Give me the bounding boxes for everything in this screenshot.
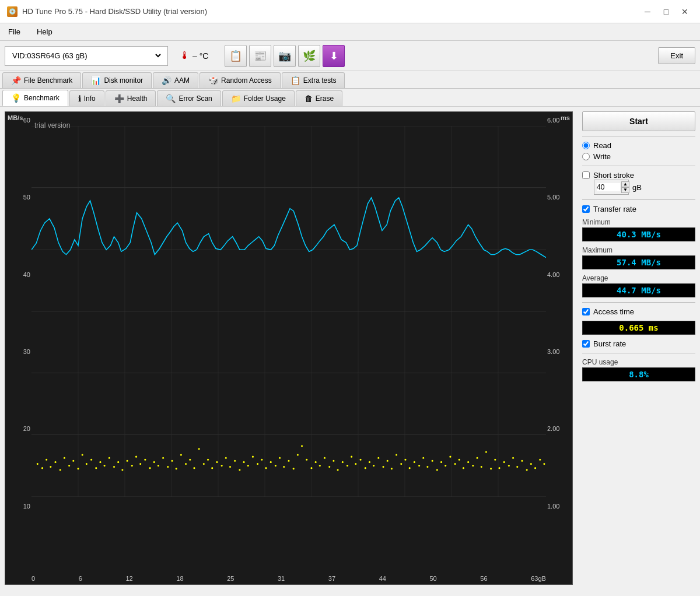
drive-selector[interactable]: VID:03SR64G (63 gB): [5, 46, 168, 66]
svg-point-63: [243, 461, 245, 463]
svg-point-102: [418, 465, 420, 467]
svg-point-84: [337, 469, 339, 471]
short-stroke-checkbox-label[interactable]: Short stroke: [582, 171, 695, 180]
x-44: 44: [379, 575, 386, 582]
short-stroke-value-input[interactable]: ▲ ▼: [594, 180, 629, 195]
minimize-button[interactable]: ─: [639, 6, 656, 17]
svg-point-54: [203, 463, 205, 465]
title-bar: 💿 HD Tune Pro 5.75 - Hard Disk/SSD Utili…: [0, 0, 700, 23]
chart-svg: [32, 126, 546, 497]
camera-button[interactable]: 📷: [274, 45, 296, 67]
x-63: 63gB: [531, 575, 546, 582]
aam-icon: 🔊: [162, 76, 172, 85]
read-radio[interactable]: [582, 142, 590, 149]
short-stroke-checkbox[interactable]: [582, 171, 590, 179]
export-button[interactable]: 🌿: [298, 45, 320, 67]
transfer-rate-label: Transfer rate: [593, 205, 636, 213]
maximum-value: 57.4 MB/s: [582, 255, 695, 269]
svg-point-97: [396, 454, 397, 456]
svg-point-65: [252, 456, 254, 458]
burst-rate-checkbox-label[interactable]: Burst rate: [582, 339, 695, 348]
tab-folder-usage[interactable]: 📁 Folder Usage: [222, 90, 295, 106]
spinner: ▲ ▼: [621, 181, 629, 193]
tab-error-scan[interactable]: 🔍 Error Scan: [157, 90, 220, 106]
svg-point-99: [404, 459, 406, 461]
svg-point-25: [72, 460, 74, 462]
drive-dropdown[interactable]: VID:03SR64G (63 gB): [10, 51, 163, 61]
maximize-button[interactable]: □: [658, 6, 674, 17]
svg-point-27: [82, 454, 83, 456]
burst-rate-label: Burst rate: [593, 339, 626, 348]
read-radio-label[interactable]: Read: [582, 141, 695, 150]
tab-erase[interactable]: 🗑 Erase: [296, 90, 342, 106]
copy-button-1[interactable]: 📋: [225, 45, 247, 67]
tab-info[interactable]: ℹ Info: [69, 90, 104, 106]
svg-point-104: [426, 466, 428, 468]
spin-up[interactable]: ▲: [621, 181, 629, 187]
minimum-label: Minimum: [582, 218, 695, 226]
svg-point-112: [463, 467, 464, 469]
short-stroke-number[interactable]: [597, 183, 620, 191]
divider-4: [582, 302, 695, 303]
temperature-value: – °C: [192, 51, 208, 61]
svg-point-51: [189, 459, 191, 461]
tab-disk-monitor[interactable]: 📊 Disk monitor: [82, 72, 152, 88]
health-icon: ➕: [114, 94, 124, 103]
x-37: 37: [328, 575, 335, 582]
svg-point-50: [185, 463, 187, 465]
tab-random-access-label: Random Access: [221, 76, 272, 85]
svg-point-90: [365, 467, 366, 469]
write-radio[interactable]: [582, 153, 590, 160]
transfer-rate-checkbox[interactable]: [582, 205, 590, 213]
svg-point-21: [54, 461, 56, 463]
download-button[interactable]: ⬇: [323, 45, 345, 67]
title-bar-left: 💿 HD Tune Pro 5.75 - Hard Disk/SSD Utili…: [7, 6, 207, 17]
svg-point-49: [180, 454, 182, 456]
copy-button-2[interactable]: 📰: [249, 45, 271, 67]
maximum-label: Maximum: [582, 246, 695, 254]
y-left-10: 10: [6, 503, 30, 510]
start-button[interactable]: Start: [582, 111, 695, 131]
write-label: Write: [593, 152, 611, 161]
svg-point-82: [328, 466, 330, 468]
svg-point-45: [162, 457, 164, 459]
close-button[interactable]: ✕: [677, 6, 693, 17]
svg-point-30: [95, 467, 97, 469]
menu-file[interactable]: File: [5, 25, 24, 38]
divider-2: [582, 166, 695, 166]
svg-point-129: [539, 459, 541, 461]
tab-benchmark[interactable]: 💡 Benchmark: [2, 90, 68, 106]
svg-point-78: [310, 467, 312, 469]
svg-point-127: [530, 463, 532, 465]
burst-rate-checkbox[interactable]: [582, 340, 590, 348]
svg-point-73: [288, 460, 289, 462]
tab-random-access[interactable]: 🎲 Random Access: [200, 72, 281, 88]
svg-point-83: [332, 460, 334, 462]
svg-point-43: [153, 461, 155, 463]
tab-extra-tests[interactable]: 📋 Extra tests: [282, 72, 345, 88]
tab-erase-label: Erase: [316, 94, 334, 103]
tab-aam[interactable]: 🔊 AAM: [153, 72, 198, 88]
svg-point-113: [467, 461, 469, 463]
svg-point-44: [158, 465, 159, 467]
svg-point-64: [247, 465, 249, 467]
tab-container: 📌 File Benchmark 📊 Disk monitor 🔊 AAM 🎲 …: [0, 71, 700, 107]
svg-point-52: [193, 467, 195, 469]
svg-point-29: [90, 459, 92, 461]
tab-health[interactable]: ➕ Health: [106, 90, 156, 106]
tab-file-benchmark[interactable]: 📌 File Benchmark: [2, 72, 81, 88]
spin-down[interactable]: ▼: [621, 187, 629, 193]
svg-point-94: [383, 466, 384, 468]
divider-1: [582, 136, 695, 136]
transfer-rate-checkbox-label[interactable]: Transfer rate: [582, 205, 695, 213]
svg-point-34: [113, 466, 115, 468]
svg-point-86: [346, 465, 348, 467]
tab-aam-label: AAM: [174, 76, 190, 85]
menu-help[interactable]: Help: [33, 25, 56, 38]
write-radio-label[interactable]: Write: [582, 152, 695, 161]
svg-point-111: [459, 459, 460, 461]
access-time-checkbox-label[interactable]: Access time: [582, 307, 695, 316]
access-time-checkbox[interactable]: [582, 308, 590, 315]
minimum-value: 40.3 MB/s: [582, 227, 695, 241]
exit-button[interactable]: Exit: [658, 47, 695, 64]
